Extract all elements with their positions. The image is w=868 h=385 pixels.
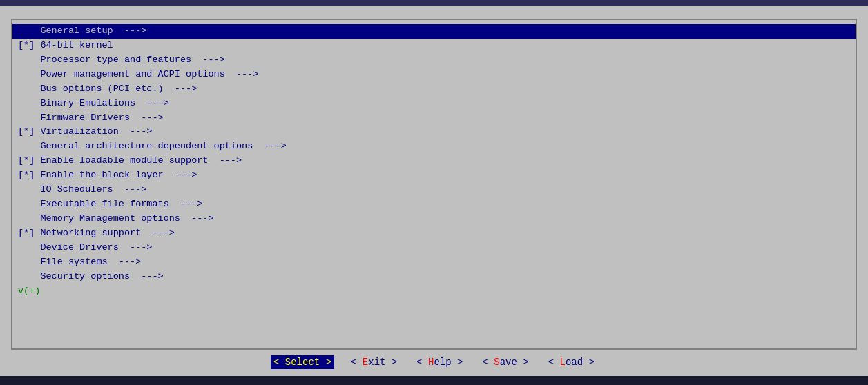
menu-item-17[interactable]: Security options ---> [12, 270, 856, 284]
header-text [0, 6, 868, 16]
menu-expand-item[interactable]: v(+) [12, 284, 856, 299]
menu-item-3[interactable]: Power management and ACPI options ---> [12, 68, 856, 82]
titlebar [0, 0, 868, 6]
save-button[interactable]: < Save > [480, 355, 532, 369]
menu-item-15[interactable]: Device Drivers ---> [12, 241, 856, 255]
menu-item-9[interactable]: [*] Enable loadable module support ---> [12, 154, 856, 168]
help-button[interactable]: < Help > [414, 355, 465, 369]
menu-item-6[interactable]: Firmware Drivers ---> [12, 111, 856, 126]
menu-item-7[interactable]: [*] Virtualization ---> [12, 125, 856, 139]
exit-button[interactable]: < Exit > [348, 355, 400, 369]
menu-item-0[interactable]: General setup ---> [12, 24, 856, 39]
main-container: General setup --->[*] 64-bit kernel Proc… [0, 6, 868, 376]
menu-item-12[interactable]: Executable file formats ---> [12, 197, 856, 212]
menu-item-5[interactable]: Binary Emulations ---> [12, 97, 856, 111]
menu-item-1[interactable]: [*] 64-bit kernel [12, 39, 856, 53]
menu-item-4[interactable]: Bus options (PCI etc.) ---> [12, 82, 856, 97]
menu-item-10[interactable]: [*] Enable the block layer ---> [12, 168, 856, 183]
menu-item-16[interactable]: File systems ---> [12, 255, 856, 270]
load-button[interactable]: < Load > [546, 355, 597, 369]
menu-box[interactable]: General setup --->[*] 64-bit kernel Proc… [11, 19, 857, 350]
menu-item-11[interactable]: IO Schedulers ---> [12, 183, 856, 197]
content-area: General setup --->[*] 64-bit kernel Proc… [0, 16, 868, 376]
footer-buttons: < Select >< Exit >< Help >< Save >< Load… [11, 350, 857, 373]
menu-item-14[interactable]: [*] Networking support ---> [12, 226, 856, 241]
menu-item-13[interactable]: Memory Management options ---> [12, 212, 856, 226]
select-button[interactable]: < Select > [271, 355, 334, 369]
menu-item-8[interactable]: General architecture-dependent options -… [12, 139, 856, 154]
menu-item-2[interactable]: Processor type and features ---> [12, 53, 856, 68]
